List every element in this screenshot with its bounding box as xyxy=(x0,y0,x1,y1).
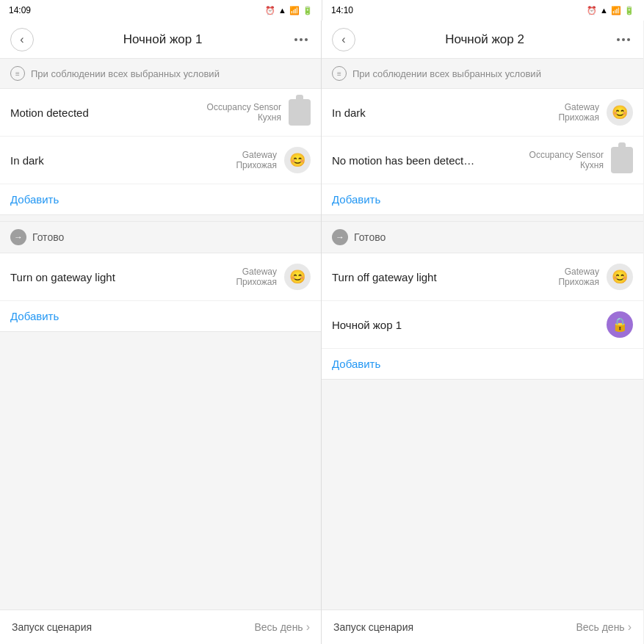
more-button-1[interactable] xyxy=(292,35,311,44)
gateway-icon-2-1: 😊 xyxy=(607,99,633,126)
condition-label-1: При соблюдении всех выбранных условий xyxy=(31,68,220,79)
action-right-1: Gateway Прихожая 😊 xyxy=(236,264,311,290)
dot4 xyxy=(617,38,620,41)
chevron-icon-2: › xyxy=(628,621,632,634)
status-time-right: 14:10 xyxy=(331,5,353,15)
gateway-icon-action-2: 😊 xyxy=(607,264,633,290)
panel-1: ‹ Ночной жор 1 ≡ При соблюдении всех выб… xyxy=(0,21,322,644)
status-icons-right: ⏰ ▲ 📶 🔋 xyxy=(587,6,634,15)
condition-nomotion-2: No motion has been detect… xyxy=(332,154,479,167)
condition-right-2-2: Occupancy Sensor Кухня xyxy=(529,147,633,173)
bottom-right-label-1: Весь день xyxy=(254,621,303,633)
action-device-2-1: Gateway Прихожая xyxy=(558,267,599,287)
action-device-location-2-1: Прихожая xyxy=(558,277,599,287)
dot1 xyxy=(294,38,297,41)
action-row-2-1[interactable]: Turn off gateway light Gateway Прихожая … xyxy=(322,253,643,301)
ready-section-2: → Готово Turn off gateway light Gateway … xyxy=(322,221,643,380)
more-button-2[interactable] xyxy=(614,35,633,44)
ready-icon-1: → xyxy=(10,229,26,245)
condition-row-1-1[interactable]: Motion detected Occupancy Sensor Кухня xyxy=(0,89,321,137)
wifi-icon: ▲ xyxy=(278,6,286,15)
actions-block-1: Turn on gateway light Gateway Прихожая 😊 xyxy=(0,253,321,301)
dot3 xyxy=(305,38,308,41)
bottom-bar-1: Запуск сценария Весь день › xyxy=(0,609,321,644)
device-name-1: Occupancy Sensor xyxy=(207,102,281,112)
condition-row-2-2[interactable]: No motion has been detect… Occupancy Sen… xyxy=(322,137,643,184)
conditions-block-2: In dark Gateway Прихожая 😊 No motion has… xyxy=(322,89,643,184)
condition-label-dark: In dark xyxy=(10,154,157,167)
action-device-name-2-1: Gateway xyxy=(558,267,599,277)
panel-2-title: Ночной жор 2 xyxy=(445,32,524,47)
action-row-1-1[interactable]: Turn on gateway light Gateway Прихожая 😊 xyxy=(0,253,321,301)
condition-device-2-1: Gateway Прихожая xyxy=(558,102,599,123)
battery-icon-r: 🔋 xyxy=(624,6,634,15)
panel-1-content: ≡ При соблюдении всех выбранных условий … xyxy=(0,59,321,644)
dot2 xyxy=(300,38,303,41)
condition-row-1-2[interactable]: In dark Gateway Прихожая 😊 xyxy=(0,137,321,184)
ready-section-1: → Готово Turn on gateway light Gateway П… xyxy=(0,221,321,332)
signal-icon: 📶 xyxy=(289,6,300,15)
add-action-2[interactable]: Добавить xyxy=(322,349,643,380)
signal-icon-r: 📶 xyxy=(611,6,621,15)
ready-header-2: → Готово xyxy=(322,221,643,253)
bottom-left-1: Запуск сценария xyxy=(12,621,92,633)
device-location-2-2: Кухня xyxy=(529,160,604,170)
ready-label-1: Готово xyxy=(32,231,64,243)
sensor-icon-2 xyxy=(611,147,633,173)
bottom-right-label-2: Весь день xyxy=(576,621,624,633)
status-bar-left: 14:09 ⏰ ▲ 📶 🔋 xyxy=(0,0,322,21)
condition-right-1: Occupancy Sensor Кухня xyxy=(207,99,311,126)
action-right-2-2: 🔒 xyxy=(607,311,633,338)
bottom-right-1[interactable]: Весь день › xyxy=(254,621,310,634)
action-device-1: Gateway Прихожая xyxy=(236,267,277,287)
nochnoy-icon: 🔒 xyxy=(607,311,633,338)
condition-row-2-1[interactable]: In dark Gateway Прихожая 😊 xyxy=(322,89,643,137)
battery-icon: 🔋 xyxy=(303,6,313,15)
condition-indark-2: In dark xyxy=(332,106,479,119)
back-button-1[interactable]: ‹ xyxy=(10,28,34,51)
panel-2-content: ≡ При соблюдении всех выбранных условий … xyxy=(322,59,643,644)
condition-label-motion: Motion detected xyxy=(10,106,157,119)
gateway-icon-1: 😊 xyxy=(284,147,311,173)
add-action-1[interactable]: Добавить xyxy=(0,301,321,332)
add-condition-1[interactable]: Добавить xyxy=(0,184,321,215)
action-device-location-1: Прихожая xyxy=(236,277,277,287)
action-label-1: Turn on gateway light xyxy=(10,271,157,283)
bottom-right-2[interactable]: Весь день › xyxy=(576,621,632,634)
bottom-bar-2: Запуск сценария Весь день › xyxy=(322,609,643,644)
status-time-left: 14:09 xyxy=(9,5,31,15)
actions-block-2: Turn off gateway light Gateway Прихожая … xyxy=(322,253,643,349)
panel-1-scroll: ≡ При соблюдении всех выбранных условий … xyxy=(0,59,321,644)
chevron-icon-1: › xyxy=(306,621,310,634)
conditions-block-1: Motion detected Occupancy Sensor Кухня I… xyxy=(0,89,321,184)
condition-icon-2: ≡ xyxy=(332,66,347,81)
device-location-2: Прихожая xyxy=(236,160,277,170)
action-label-2-1: Turn off gateway light xyxy=(332,271,479,283)
ready-label-2: Готово xyxy=(354,231,386,243)
ready-header-1: → Готово xyxy=(0,221,321,253)
action-row-2-2[interactable]: Ночной жор 1 🔒 xyxy=(322,301,643,349)
panel-2-header: ‹ Ночной жор 2 xyxy=(322,21,643,59)
condition-right-2-1: Gateway Прихожая 😊 xyxy=(558,99,633,126)
condition-device-2-2: Occupancy Sensor Кухня xyxy=(529,150,604,170)
condition-right-2: Gateway Прихожая 😊 xyxy=(236,147,311,173)
panel-2-scroll: ≡ При соблюдении всех выбранных условий … xyxy=(322,59,643,644)
panel-2: ‹ Ночной жор 2 ≡ При соблюдении всех выб… xyxy=(322,21,643,644)
action-label-2-2: Ночной жор 1 xyxy=(332,319,479,331)
add-condition-2[interactable]: Добавить xyxy=(322,184,643,215)
wifi-icon-r: ▲ xyxy=(600,6,608,15)
action-right-2-1: Gateway Прихожая 😊 xyxy=(558,264,633,290)
alarm-icon: ⏰ xyxy=(265,6,275,15)
ready-icon-2: → xyxy=(332,229,348,245)
device-name-2-1: Gateway xyxy=(558,102,599,112)
gateway-icon-action-1: 😊 xyxy=(284,264,311,290)
dot5 xyxy=(622,38,625,41)
bottom-left-2: Запуск сценария xyxy=(333,621,413,633)
condition-device-2: Gateway Прихожая xyxy=(236,150,277,170)
alarm-icon-r: ⏰ xyxy=(587,6,597,15)
condition-header-2: ≡ При соблюдении всех выбранных условий xyxy=(322,59,643,89)
status-icons-left: ⏰ ▲ 📶 🔋 xyxy=(265,6,313,15)
panel-1-header: ‹ Ночной жор 1 xyxy=(0,21,321,59)
sensor-icon-1 xyxy=(289,99,311,126)
back-button-2[interactable]: ‹ xyxy=(332,28,355,51)
